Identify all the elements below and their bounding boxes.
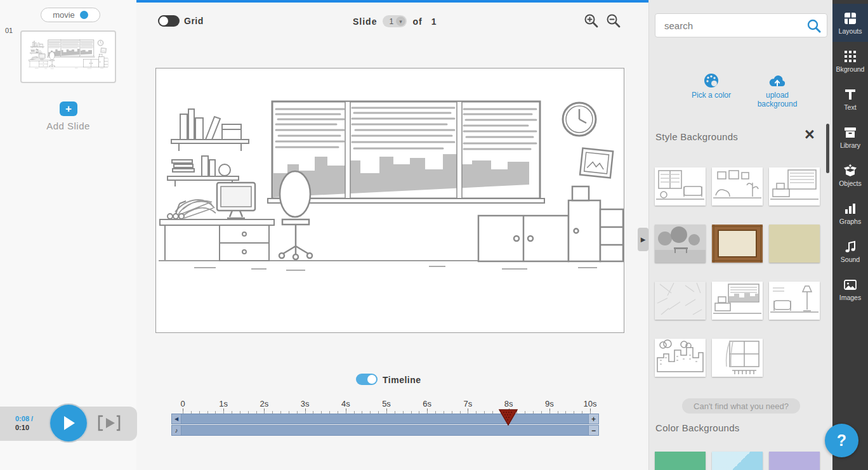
dock-item-images[interactable]: Images bbox=[832, 270, 868, 308]
tick-label: 1s bbox=[219, 399, 228, 408]
right-toolbar: Layouts Bkground Text Library bbox=[832, 0, 868, 470]
tick-label: 6s bbox=[423, 399, 431, 408]
slide-number-dropdown[interactable]: 1 ▾ bbox=[383, 15, 407, 27]
panel-scrollbar[interactable] bbox=[826, 124, 829, 173]
dock-label: Sound bbox=[841, 256, 860, 263]
upload-label-line1: upload bbox=[744, 91, 810, 100]
play-icon bbox=[61, 415, 76, 431]
dock-item-background[interactable]: Bkground bbox=[832, 42, 868, 80]
question-mark-icon: ? bbox=[837, 431, 846, 450]
timeline-ruler: 0 1s 2s 3s 4s 5s 6s 7s 8s 9s 10s bbox=[171, 399, 603, 414]
zoom-in-button[interactable] bbox=[584, 13, 599, 29]
timeline-zoom-out-button[interactable]: − bbox=[588, 426, 598, 435]
slide-canvas[interactable] bbox=[155, 68, 624, 333]
music-note-icon: ♪ bbox=[175, 427, 178, 434]
movie-mode-toggle[interactable]: movie bbox=[41, 8, 100, 22]
playhead-marker[interactable] bbox=[499, 409, 518, 428]
graphs-icon bbox=[843, 202, 857, 216]
color-swatch-green[interactable] bbox=[655, 452, 706, 470]
style-bg-gallery-wall[interactable] bbox=[712, 167, 763, 206]
dock-label: Layouts bbox=[839, 27, 862, 35]
timeline-toggle[interactable] bbox=[356, 374, 378, 385]
zoom-out-button[interactable] bbox=[606, 13, 621, 29]
pick-a-color-button[interactable]: Pick a color bbox=[678, 71, 744, 100]
grid-toggle-knob bbox=[159, 16, 168, 25]
layouts-icon bbox=[843, 11, 857, 25]
style-bg-lamp-chair[interactable] bbox=[769, 282, 820, 320]
dock-item-layouts[interactable]: Layouts bbox=[832, 4, 868, 42]
style-bg-paper-texture[interactable] bbox=[655, 282, 706, 320]
style-bg-beige-solid[interactable] bbox=[769, 225, 820, 263]
play-button[interactable] bbox=[50, 405, 87, 441]
style-bg-living-room[interactable] bbox=[655, 167, 706, 206]
audio-track-button[interactable]: ♪ bbox=[172, 426, 181, 435]
movie-toggle-label: movie bbox=[53, 10, 75, 20]
help-button[interactable]: ? bbox=[825, 424, 858, 457]
slide-thumbnail-scene bbox=[24, 34, 112, 79]
slide-index-label: 01 bbox=[5, 27, 13, 34]
upload-background-button[interactable]: upload background bbox=[744, 71, 810, 109]
timeline-track-main[interactable]: ◀ + bbox=[171, 414, 599, 424]
tick-label: 4s bbox=[341, 399, 350, 408]
cant-find-button[interactable]: Can't find what you need? bbox=[682, 398, 800, 414]
dock-item-library[interactable]: Library bbox=[832, 118, 868, 156]
tick-label: 5s bbox=[382, 399, 391, 408]
style-bg-window-curtain[interactable] bbox=[712, 339, 763, 377]
slide-total-value: 1 bbox=[431, 16, 437, 27]
text-icon bbox=[843, 88, 857, 101]
tick-label: 3s bbox=[301, 399, 310, 408]
style-bg-wood-frame[interactable] bbox=[712, 225, 763, 263]
color-swatch-blue[interactable] bbox=[712, 452, 763, 470]
style-bg-city-skyline[interactable] bbox=[655, 339, 706, 377]
track-bar[interactable] bbox=[181, 414, 588, 424]
backgrounds-panel: Pick a color upload background Style Bac… bbox=[648, 0, 833, 470]
search-icon[interactable] bbox=[806, 18, 822, 34]
panel-collapse-handle[interactable]: ▶ bbox=[638, 228, 648, 251]
color-backgrounds-header: Color Backgrounds bbox=[655, 422, 740, 433]
timeline-zoom-in-button[interactable]: + bbox=[588, 414, 598, 424]
dock-label: Bkground bbox=[836, 65, 865, 73]
style-bg-office-window[interactable] bbox=[769, 167, 820, 206]
slide-label: Slide bbox=[353, 16, 377, 27]
add-slide-button[interactable]: + bbox=[60, 101, 77, 116]
search-input[interactable] bbox=[655, 14, 827, 37]
tick-label: 2s bbox=[260, 399, 269, 408]
canvas-scene bbox=[156, 69, 624, 332]
timeline-track-audio[interactable]: ♪ − bbox=[171, 425, 599, 436]
audio-bar[interactable] bbox=[181, 426, 588, 435]
tick-label: 9s bbox=[545, 399, 554, 408]
grid-label: Grid bbox=[184, 16, 204, 26]
tick-label: 7s bbox=[464, 399, 473, 408]
of-label: of bbox=[412, 16, 422, 27]
slide-number-value: 1 bbox=[389, 17, 394, 26]
track-back-button[interactable]: ◀ bbox=[172, 414, 181, 424]
timeline-label: Timeline bbox=[383, 375, 421, 385]
style-bg-park-photo[interactable] bbox=[655, 225, 706, 263]
cloud-upload-icon bbox=[768, 74, 787, 89]
dock-item-sound[interactable]: Sound bbox=[832, 232, 868, 270]
time-current: 0:08 / bbox=[15, 414, 33, 423]
slide-thumbnail[interactable] bbox=[20, 30, 116, 83]
dock-label: Library bbox=[840, 141, 860, 149]
playback-time: 0:08 / 0:10 bbox=[15, 414, 33, 432]
slide-selector: Slide 1 ▾ of 1 bbox=[353, 15, 437, 27]
timeline-toggle-knob bbox=[367, 375, 376, 384]
dock-label: Objects bbox=[839, 180, 862, 187]
search-box bbox=[655, 13, 827, 37]
dock-item-objects[interactable]: Objects bbox=[832, 156, 868, 194]
color-swatch-purple[interactable] bbox=[769, 452, 820, 470]
style-backgrounds-header: Style Backgrounds bbox=[655, 131, 738, 142]
close-icon[interactable]: × bbox=[805, 126, 815, 143]
grid-toggle[interactable] bbox=[158, 15, 180, 27]
dock-item-text[interactable]: Text bbox=[832, 80, 868, 118]
collapse-arrow-icon: ▶ bbox=[641, 236, 646, 243]
upload-label-line2: background bbox=[744, 100, 810, 109]
dock-item-graphs[interactable]: Graphs bbox=[832, 194, 868, 232]
preview-from-here-button[interactable] bbox=[96, 414, 122, 432]
zoom-controls bbox=[584, 13, 621, 29]
chevron-down-icon: ▾ bbox=[396, 16, 405, 26]
style-bg-office-desk[interactable] bbox=[712, 282, 763, 320]
library-icon bbox=[843, 126, 857, 140]
pick-a-color-label: Pick a color bbox=[678, 91, 744, 100]
palette-icon bbox=[703, 72, 720, 89]
